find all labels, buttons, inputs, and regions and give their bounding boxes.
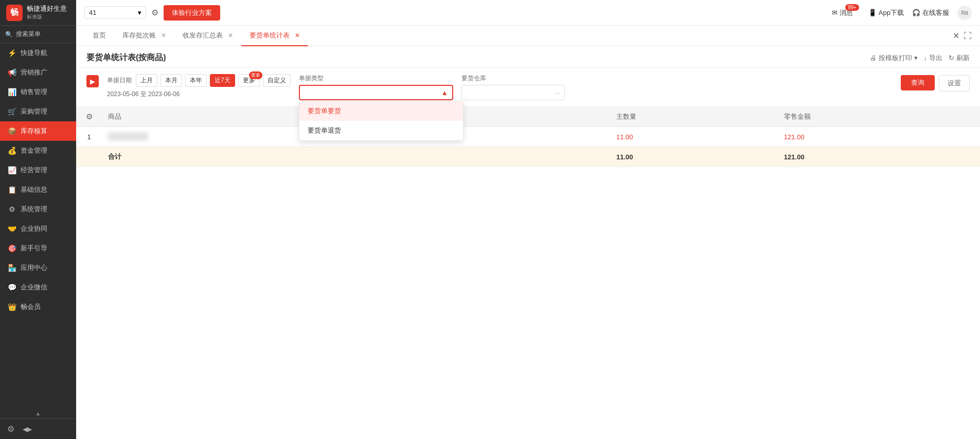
- app-download-button[interactable]: 📱 App下载: [868, 8, 904, 17]
- tab-home[interactable]: 首页: [84, 26, 114, 46]
- tab-request-summary-label: 要货单统计表: [250, 31, 290, 40]
- last-month-btn[interactable]: 上月: [136, 74, 157, 87]
- avatar[interactable]: Rit: [957, 6, 972, 20]
- table-th-amount-label: 零售金额: [784, 113, 811, 120]
- this-year-btn[interactable]: 本年: [185, 74, 207, 87]
- table-container: ⚙ 商品 主计量单位 主数量 零售金额: [76, 107, 980, 167]
- tab-collect-summary-label: 收发存汇总表: [183, 31, 223, 40]
- filter-bar: ▶ 单据日期 上月 本月 本年 近7天 更多 更多 自定义: [76, 68, 980, 107]
- dropdown-item-order-goods[interactable]: 要货单要货: [299, 101, 463, 121]
- sidebar-nav: ⚡ 快捷导航 📢 营销推广 📊 销售管理 🛒 采购管理 📦 库存核算 💰 资金管…: [0, 43, 76, 409]
- tab-collect-summary[interactable]: 收发存汇总表 ✕: [174, 26, 241, 46]
- tab-request-summary-close[interactable]: ✕: [295, 32, 300, 39]
- sales-icon: 📊: [7, 88, 16, 96]
- dropdown-item-order-goods-label: 要货单要货: [308, 107, 341, 115]
- sidebar-item-quick-nav[interactable]: ⚡ 快捷导航: [0, 43, 76, 63]
- sidebar-item-sales[interactable]: 📊 销售管理: [0, 82, 76, 102]
- search-icon: 🔍: [5, 31, 13, 38]
- trial-industry-button[interactable]: 体验行业方案: [164, 5, 220, 21]
- app-label: App下载: [879, 8, 904, 17]
- sidebar-item-purchase[interactable]: 🛒 采购管理: [0, 102, 76, 121]
- sidebar-item-system[interactable]: ⚙ 系统管理: [0, 199, 76, 219]
- topbar: 41 ▾ ⚙ 体验行业方案 ✉ 消息 99+ 📱 App下载 🎧 在线客服 Ri…: [76, 0, 980, 26]
- logo-icon: 畅: [6, 5, 23, 21]
- topbar-settings-icon[interactable]: ⚙: [151, 8, 158, 17]
- type-select-arrow[interactable]: ▲: [441, 89, 448, 97]
- type-select-input[interactable]: [304, 89, 441, 97]
- sidebar-search-section[interactable]: 🔍 搜索菜单: [0, 26, 76, 43]
- search-menu-button[interactable]: 🔍 搜索菜单: [5, 30, 71, 39]
- row-amount-link[interactable]: 121.00: [784, 133, 805, 141]
- weixin-icon: 💬: [7, 283, 16, 291]
- tab-request-summary[interactable]: 要货单统计表 ✕: [241, 26, 308, 46]
- this-month-btn[interactable]: 本月: [161, 74, 182, 87]
- export-button[interactable]: ↓ 导出: [924, 53, 943, 63]
- sidebar-item-finance[interactable]: 💰 资金管理: [0, 141, 76, 160]
- filter-expand-button[interactable]: ▶: [86, 75, 99, 87]
- table-head: ⚙ 商品 主计量单位 主数量 零售金额: [76, 107, 980, 127]
- sidebar-item-label: 经营管理: [21, 166, 47, 175]
- row-goods-value: 商品名称示例: [108, 133, 148, 140]
- sidebar-item-basic[interactable]: 📋 基础信息: [0, 180, 76, 199]
- footer-qty: 11.00: [610, 147, 778, 167]
- tabs-bar: 首页 库存批次账 ✕ 收发存汇总表 ✕ 要货单统计表 ✕ ✕ ⛶: [76, 26, 980, 46]
- type-select[interactable]: ▲: [299, 85, 453, 100]
- sidebar-item-marketing[interactable]: 📢 营销推广: [0, 63, 76, 82]
- warehouse-select-input[interactable]: [466, 89, 553, 97]
- last-7days-btn[interactable]: 近7天: [210, 74, 235, 87]
- message-button[interactable]: ✉ 消息 99+: [832, 8, 853, 17]
- settings-button[interactable]: 设置: [939, 75, 970, 92]
- tab-inventory-batch[interactable]: 库存批次账 ✕: [114, 26, 174, 46]
- tabs-actions: ✕ ⛶: [953, 31, 972, 41]
- query-button[interactable]: 查询: [901, 75, 935, 90]
- warehouse-more-icon[interactable]: ···: [555, 89, 560, 97]
- sidebar-item-weixin[interactable]: 💬 企业微信: [0, 278, 76, 297]
- sidebar-item-label: 采购管理: [21, 107, 47, 116]
- footer-empty1: [76, 147, 102, 167]
- table-body: 1 商品名称示例 块 11.00 121.00: [76, 127, 980, 147]
- sidebar-item-label: 新手引导: [21, 244, 47, 253]
- expand-tab-icon[interactable]: ⛶: [964, 31, 972, 41]
- sidebar-item-operation[interactable]: 📈 经营管理: [0, 160, 76, 180]
- inventory-icon: 📦: [7, 127, 16, 135]
- table-th-settings[interactable]: ⚙: [76, 107, 102, 127]
- date-buttons-row: 上月 本月 本年 近7天 更多 更多 自定义: [136, 74, 291, 87]
- sidebar-item-label: 畅会员: [21, 302, 41, 312]
- tab-inventory-batch-close[interactable]: ✕: [161, 32, 166, 39]
- sidebar-item-label: 企业微信: [21, 283, 47, 292]
- online-service-button[interactable]: 🎧 在线客服: [912, 8, 949, 17]
- print-icon: 🖨: [870, 54, 877, 62]
- row-seq: 1: [76, 127, 102, 147]
- refresh-button[interactable]: ↻ 刷新: [949, 53, 970, 63]
- sidebar-item-guide[interactable]: 🎯 新手引导: [0, 239, 76, 258]
- enterprise-icon: 🤝: [7, 225, 16, 233]
- more-badge: 更多: [249, 71, 262, 79]
- sidebar-item-member[interactable]: 👑 畅会员: [0, 297, 76, 317]
- footer-collapse-icon[interactable]: ◀▶: [23, 426, 32, 433]
- more-date-btn[interactable]: 更多 更多: [238, 74, 260, 87]
- topbar-left: 41 ▾ ⚙ 体验行业方案: [84, 5, 826, 21]
- table-settings-icon[interactable]: ⚙: [86, 112, 93, 121]
- app-icon: 📱: [868, 9, 877, 16]
- company-selector[interactable]: 41 ▾: [84, 6, 146, 19]
- sidebar-item-inventory[interactable]: 📦 库存核算: [0, 121, 76, 141]
- message-badge: 99+: [845, 4, 859, 11]
- dropdown-item-order-return[interactable]: 要货单退货: [299, 121, 463, 140]
- custom-date-btn[interactable]: 自定义: [263, 74, 291, 87]
- topbar-right: ✉ 消息 99+ 📱 App下载 🎧 在线客服 Rit: [832, 6, 972, 20]
- footer-settings-icon[interactable]: ⚙: [7, 424, 14, 434]
- tab-collect-summary-close[interactable]: ✕: [228, 32, 233, 39]
- print-template-button[interactable]: 🖨 按模板打印 ▾: [870, 53, 918, 63]
- warehouse-select[interactable]: ···: [461, 85, 565, 100]
- close-tab-icon[interactable]: ✕: [953, 31, 959, 41]
- row-qty-link[interactable]: 11.00: [616, 133, 633, 141]
- date-range-display: 2023-05-06 至 2023-06-06: [107, 90, 291, 99]
- page-title: 要货单统计表(按商品): [86, 52, 166, 63]
- footer-amount: 121.00: [778, 147, 980, 167]
- search-menu-label: 搜索菜单: [16, 30, 41, 39]
- export-label: 导出: [929, 53, 942, 63]
- sidebar-item-enterprise[interactable]: 🤝 企业协同: [0, 219, 76, 239]
- refresh-label: 刷新: [956, 53, 970, 63]
- tab-inventory-batch-label: 库存批次账: [122, 31, 156, 40]
- sidebar-item-app-center[interactable]: 🏪 应用中心: [0, 258, 76, 278]
